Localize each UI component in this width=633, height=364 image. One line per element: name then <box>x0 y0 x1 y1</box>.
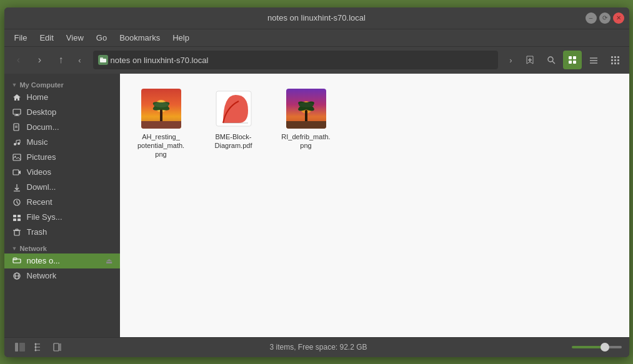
location-icon <box>98 55 108 65</box>
menu-bookmarks[interactable]: Bookmarks <box>114 32 165 44</box>
my-computer-arrow: ▼ <box>12 82 17 88</box>
menu-file[interactable]: File <box>9 32 32 44</box>
menu-view[interactable]: View <box>61 32 89 44</box>
network-label: Network <box>19 245 46 252</box>
sidebar-item-trash[interactable]: Trash <box>4 225 120 240</box>
svg-rect-36 <box>17 215 21 217</box>
grid-view-button[interactable] <box>563 51 582 69</box>
sidebar-item-documents[interactable]: Docum... <box>4 120 120 135</box>
search-button[interactable] <box>542 51 561 69</box>
statusbar-right <box>572 346 622 348</box>
menu-help[interactable]: Help <box>167 32 194 44</box>
my-computer-section[interactable]: ▼ My Computer <box>4 79 120 90</box>
svg-rect-39 <box>14 230 19 235</box>
preview-toggle-button[interactable] <box>49 340 66 354</box>
sidebar-network-label: Network <box>27 271 112 280</box>
status-text: 3 items, Free space: 92.2 GB <box>66 343 572 352</box>
bookmark-toggle-button[interactable] <box>521 51 539 69</box>
main-window: notes on linuxhint-s70.local – ⟳ ✕ File … <box>4 7 629 357</box>
sidebar-notes-server-label: notes o... <box>27 256 101 265</box>
server-icon <box>12 256 22 266</box>
tree-toggle-button[interactable] <box>31 340 47 354</box>
svg-rect-73 <box>59 343 61 351</box>
back-button[interactable]: ‹ <box>9 51 28 69</box>
sidebar-desktop-label: Desktop <box>27 107 112 117</box>
home-icon <box>12 92 22 102</box>
zoom-slider[interactable] <box>572 346 622 348</box>
sidebar-trash-label: Trash <box>27 227 112 237</box>
list-item[interactable]: BME-Block-Diagram.pdf <box>202 84 265 164</box>
network-section[interactable]: ▼ Network <box>4 242 120 253</box>
pictures-icon <box>12 152 22 162</box>
prev-location-button[interactable]: ‹ <box>73 51 87 69</box>
svg-rect-32 <box>13 170 19 175</box>
svg-rect-18 <box>617 59 619 61</box>
up-button[interactable]: ↑ <box>52 51 71 69</box>
sidebar-downloads-label: Downl... <box>27 182 112 192</box>
documents-icon <box>12 122 22 132</box>
menu-go[interactable]: Go <box>91 32 112 44</box>
maximize-button[interactable]: ⟳ <box>599 12 611 24</box>
svg-line-5 <box>552 61 555 64</box>
svg-rect-62 <box>286 121 326 129</box>
file-name: RI_defrib_math.png <box>281 132 330 150</box>
sidebar-videos-label: Videos <box>27 167 112 177</box>
sidebar-item-recent[interactable]: Recent <box>4 195 120 210</box>
compact-view-button[interactable] <box>606 51 624 69</box>
svg-point-4 <box>548 57 553 62</box>
location-text: notes on linuxhint-s70.local <box>111 56 493 65</box>
file-area: AH_resting_potential_math.png BME-Block-… <box>120 74 629 337</box>
sidebar-item-downloads[interactable]: Downl... <box>4 180 120 195</box>
sidebar-pictures-label: Pictures <box>27 152 112 162</box>
svg-rect-14 <box>614 56 616 58</box>
minimize-button[interactable]: – <box>586 12 597 24</box>
statusbar: 3 items, Free space: 92.2 GB <box>4 337 629 357</box>
list-item[interactable]: RI_defrib_math.png <box>275 84 337 164</box>
network-icon <box>12 271 22 281</box>
statusbar-left <box>12 340 66 354</box>
svg-rect-38 <box>17 219 21 221</box>
sidebar-item-music[interactable]: Music <box>4 135 120 150</box>
file-name: BME-Block-Diagram.pdf <box>215 132 252 150</box>
svg-rect-6 <box>569 56 572 59</box>
videos-icon <box>12 167 22 177</box>
next-location-button[interactable]: › <box>504 51 518 69</box>
sidebar-item-notes-server[interactable]: notes o... ⏏ <box>4 253 120 268</box>
sidebar-item-network[interactable]: Network <box>4 268 120 283</box>
sidebar-item-home[interactable]: Home <box>4 90 120 105</box>
svg-rect-72 <box>54 343 59 351</box>
file-thumbnail <box>286 89 326 129</box>
my-computer-label: My Computer <box>19 81 63 89</box>
file-name: AH_resting_potential_math.png <box>137 132 184 159</box>
sidebar-filesystem-label: File Sys... <box>27 212 112 222</box>
sidebar-documents-label: Docum... <box>27 122 112 132</box>
svg-rect-63 <box>15 343 18 352</box>
list-view-button[interactable] <box>584 51 603 69</box>
close-button[interactable]: ✕ <box>613 12 624 24</box>
menu-edit[interactable]: Edit <box>34 32 58 44</box>
sidebar-item-pictures[interactable]: Pictures <box>4 150 120 165</box>
eject-button[interactable]: ⏏ <box>106 257 112 265</box>
list-item[interactable]: AH_resting_potential_math.png <box>130 84 192 164</box>
file-thumbnail <box>141 89 181 129</box>
svg-point-51 <box>154 102 169 107</box>
forward-button[interactable]: › <box>31 51 49 69</box>
network-arrow: ▼ <box>12 245 17 252</box>
svg-rect-13 <box>611 56 613 58</box>
menubar: File Edit View Go Bookmarks Help <box>4 29 629 46</box>
sidebar-item-videos[interactable]: Videos <box>4 165 120 180</box>
svg-rect-16 <box>611 59 613 61</box>
sidebar-item-filesystem[interactable]: File Sys... <box>4 210 120 225</box>
svg-point-29 <box>17 142 20 145</box>
svg-rect-17 <box>614 59 616 61</box>
svg-point-61 <box>299 102 314 107</box>
sidebar-toggle-button[interactable] <box>12 340 28 354</box>
sidebar-item-desktop[interactable]: Desktop <box>4 105 120 120</box>
filesystem-icon <box>12 212 22 222</box>
svg-rect-35 <box>13 215 16 217</box>
window-controls: – ⟳ ✕ <box>586 12 624 24</box>
downloads-icon <box>12 182 22 192</box>
location-bar: notes on linuxhint-s70.local <box>93 51 498 69</box>
svg-rect-1 <box>100 57 103 59</box>
svg-rect-9 <box>573 61 576 64</box>
